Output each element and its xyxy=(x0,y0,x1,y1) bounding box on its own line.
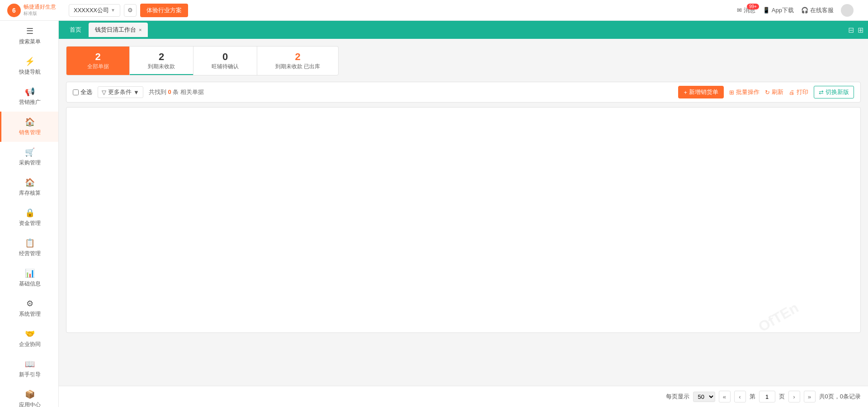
sidebar-label-operations: 经营管理 xyxy=(19,250,41,257)
per-page-select[interactable]: 50 xyxy=(693,392,715,402)
tab-indicator-overdue xyxy=(130,74,193,75)
purchase-icon: 🛒 xyxy=(25,147,35,157)
next-page-button[interactable]: › xyxy=(788,391,800,402)
sidebar-item-finance[interactable]: 🔒 资金管理 xyxy=(0,202,58,233)
headset-icon: 🎧 xyxy=(801,7,808,14)
online-service-label: 在线客服 xyxy=(810,6,834,14)
finance-icon: 🔒 xyxy=(25,208,35,218)
logo-text-area: 畅捷通好生意 标准版 xyxy=(24,4,56,16)
select-all-checkbox[interactable]: 全选 xyxy=(73,88,92,96)
stat-label-all: 全部单据 xyxy=(87,63,109,70)
sidebar-item-marketing[interactable]: 📢 营销推广 xyxy=(0,81,58,112)
sidebar-item-base-info[interactable]: 📊 基础信息 xyxy=(0,263,58,293)
sidebar-label-cooperation: 企业协同 xyxy=(19,341,41,348)
print-icon: 🖨 xyxy=(789,89,795,96)
user-avatar[interactable] xyxy=(841,4,854,17)
found-suffix: 条 相关单据 xyxy=(173,89,204,95)
main-layout: ☰ 搜索菜单 ⚡ 快捷导航 📢 营销推广 🏠 销售管理 🛒 采购管理 🏠 库存核… xyxy=(0,21,868,407)
print-button[interactable]: 🖨 打印 xyxy=(789,88,808,96)
sidebar-label-finance: 资金管理 xyxy=(19,220,41,227)
marketing-icon: 📢 xyxy=(25,87,35,97)
sidebar-item-search-menu[interactable]: ☰ 搜索菜单 xyxy=(0,21,58,51)
tab-bar-actions: ⊟ ⊞ xyxy=(848,26,863,34)
tab-maximize-icon[interactable]: ⊞ xyxy=(858,26,863,34)
app-center-icon: 📦 xyxy=(25,389,35,399)
select-all-input[interactable] xyxy=(73,89,79,95)
phone-icon: 📱 xyxy=(763,7,770,14)
found-count: 0 xyxy=(168,89,171,95)
found-prefix: 共找到 xyxy=(149,89,166,95)
found-text: 共找到 0 条 相关单据 xyxy=(149,88,204,96)
batch-operation-button[interactable]: ⊞ 批量操作 xyxy=(729,88,760,96)
system-icon: ⚙ xyxy=(26,299,33,309)
sales-icon: 🏠 xyxy=(25,117,35,127)
tab-minimize-icon[interactable]: ⊟ xyxy=(848,26,854,34)
stat-tab-out-stock[interactable]: 2 到期未收款 已出库 xyxy=(257,47,338,75)
toolbar-left: 全选 ▽ 更多条件 ▼ 共找到 0 条 相关单据 xyxy=(73,86,204,98)
stat-num-pending: 0 xyxy=(222,51,228,63)
message-badge: 99+ xyxy=(747,4,759,9)
filter-label: 更多条件 xyxy=(108,88,132,96)
sidebar-item-system[interactable]: ⚙ 系统管理 xyxy=(0,293,58,323)
switch-version-button[interactable]: ⇄ 切换新版 xyxy=(814,86,854,98)
refresh-button[interactable]: ↻ 刷新 xyxy=(765,88,783,96)
last-page-button[interactable]: » xyxy=(804,391,816,402)
page-unit: 页 xyxy=(779,393,785,401)
experience-button[interactable]: 体验行业方案 xyxy=(140,4,188,17)
company-selector[interactable]: XXXXXX公司 ▼ xyxy=(69,4,120,17)
sidebar-item-sales[interactable]: 🏠 销售管理 xyxy=(0,112,58,142)
inventory-icon: 🏠 xyxy=(25,178,35,187)
select-all-label: 全选 xyxy=(80,88,92,96)
sidebar-item-inventory[interactable]: 🏠 库存核算 xyxy=(0,172,58,202)
logo-icon: 6 xyxy=(7,4,21,17)
stat-tab-all[interactable]: 2 全部单据 xyxy=(66,47,130,75)
sidebar-item-app-center[interactable]: 📦 应用中心 xyxy=(0,384,58,407)
page-content: 2 全部单据 2 到期未收款 0 旺辅待确认 2 到期未收款 已出库 xyxy=(59,39,868,386)
switch-label: 切换新版 xyxy=(826,88,849,96)
top-bar-right: ✉ 消息 99+ 📱 App下载 🎧 在线客服 xyxy=(737,4,861,17)
tab-home-label: 首页 xyxy=(70,26,81,34)
sidebar: ☰ 搜索菜单 ⚡ 快捷导航 📢 营销推广 🏠 销售管理 🛒 采购管理 🏠 库存核… xyxy=(0,21,59,407)
app-download-button[interactable]: 📱 App下载 xyxy=(763,6,794,14)
tab-bar: 首页 钱货日清工作台 × ⊟ ⊞ xyxy=(59,21,868,39)
guide-icon: 📖 xyxy=(25,359,35,369)
pagination: 每页显示 50 « ‹ 第 页 › » 共0页，0条记录 xyxy=(59,386,868,407)
add-icon: + xyxy=(684,89,687,96)
batch-label: 批量操作 xyxy=(736,88,760,96)
stat-tab-overdue[interactable]: 2 到期未收款 xyxy=(130,47,193,75)
tab-active[interactable]: 钱货日清工作台 × xyxy=(89,23,148,37)
message-button[interactable]: ✉ 消息 99+ xyxy=(737,6,755,14)
tab-active-label: 钱货日清工作台 xyxy=(95,26,136,34)
sidebar-item-quick-nav[interactable]: ⚡ 快捷导航 xyxy=(0,51,58,81)
tab-close-icon[interactable]: × xyxy=(139,27,142,33)
stat-tab-pending[interactable]: 0 旺辅待确认 xyxy=(193,47,257,75)
tab-home[interactable]: 首页 xyxy=(63,23,88,37)
logo-area: 6 畅捷通好生意 标准版 xyxy=(7,4,56,17)
sidebar-item-operations[interactable]: 📋 经营管理 xyxy=(0,233,58,263)
sidebar-item-guide[interactable]: 📖 新手引导 xyxy=(0,354,58,384)
table-area xyxy=(66,107,861,333)
add-btn-label: 新增销货单 xyxy=(689,88,718,96)
company-name: XXXXXX公司 xyxy=(74,6,109,14)
filter-button[interactable]: ▽ 更多条件 ▼ xyxy=(98,86,143,98)
sidebar-label-search-menu: 搜索菜单 xyxy=(19,38,41,46)
cooperation-icon: 🤝 xyxy=(25,329,35,339)
sidebar-item-cooperation[interactable]: 🤝 企业协同 xyxy=(0,323,58,354)
switch-icon: ⇄ xyxy=(819,89,824,96)
sidebar-label-base-info: 基础信息 xyxy=(19,280,41,288)
page-label: 第 xyxy=(750,393,755,401)
prev-page-button[interactable]: ‹ xyxy=(734,391,746,402)
first-page-button[interactable]: « xyxy=(719,391,731,402)
stat-num-all: 2 xyxy=(95,51,100,63)
sidebar-label-sales: 销售管理 xyxy=(19,129,41,136)
chevron-filter-icon: ▼ xyxy=(133,89,139,96)
online-service-button[interactable]: 🎧 在线客服 xyxy=(801,6,834,14)
sidebar-label-inventory: 库存核算 xyxy=(19,189,41,197)
page-number-input[interactable] xyxy=(759,391,775,402)
add-sales-button[interactable]: + 新增销货单 xyxy=(678,86,724,98)
filter-icon: ▽ xyxy=(102,89,106,96)
sidebar-item-purchase[interactable]: 🛒 采购管理 xyxy=(0,142,58,172)
settings-button[interactable]: ⚙ xyxy=(124,4,137,17)
sidebar-label-system: 系统管理 xyxy=(19,310,41,318)
logo-sub: 标准版 xyxy=(24,10,56,17)
